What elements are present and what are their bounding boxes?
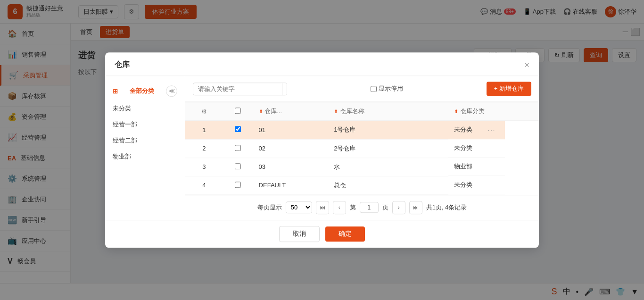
all-category-header[interactable]: ⊞ 全部分类 ≪: [105, 82, 185, 100]
modal-title: 仓库: [115, 60, 130, 70]
modal-sidebar: ⊞ 全部分类 ≪ 未分类 经营一部 经营二部 物业部: [105, 76, 185, 220]
row-name: 总仓: [328, 176, 448, 194]
row-num: 2: [185, 139, 223, 158]
collapse-button[interactable]: ≪: [166, 85, 177, 97]
search-input[interactable]: [193, 83, 282, 95]
total-info: 共1页, 4条记录: [426, 203, 467, 212]
col-checkbox: [223, 102, 253, 121]
row-name: 2号仓库: [328, 139, 448, 158]
table-row[interactable]: 2 02 2号仓库 未分类: [185, 139, 539, 158]
add-warehouse-button[interactable]: + 新增仓库: [487, 82, 531, 96]
row-name: 1号仓库: [328, 121, 448, 140]
category-unclassified[interactable]: 未分类: [105, 100, 185, 117]
row-category: 物业部: [448, 158, 505, 176]
col-category-header: ⬆ 仓库分类: [448, 102, 539, 121]
row-checkbox[interactable]: [235, 126, 241, 133]
table-row[interactable]: 3 03 水 物业部: [185, 158, 539, 176]
row-checkbox-cell: [223, 121, 253, 140]
settings-icon: ⚙: [201, 108, 207, 115]
category-ops2[interactable]: 经营二部: [105, 133, 185, 149]
row-num: 3: [185, 158, 223, 176]
row-checkbox-cell: [223, 176, 253, 194]
table-header-row: ⚙ ⬆ 仓库... ⬆ 仓库名称: [185, 102, 539, 121]
show-disabled-checkbox[interactable]: 显示停用: [371, 84, 403, 93]
page-input[interactable]: [360, 202, 379, 213]
modal-footer: 取消 确定: [105, 220, 539, 248]
row-category: 未分类 ···: [448, 121, 505, 139]
search-button[interactable]: 🔍: [282, 83, 287, 95]
search-box: 🔍: [193, 83, 287, 95]
modal-main: 🔍 显示停用 + 新增仓库 ⚙: [185, 76, 539, 220]
row-code: DEFAULT: [253, 176, 329, 194]
first-page-button[interactable]: ⏮: [316, 201, 329, 214]
page-label2: 页: [382, 203, 388, 212]
pagination: 每页显示 50 10 20 100 ⏮ ‹ 第 页 › ⏭ 共1页, 4条记录: [185, 195, 539, 220]
disabled-checkbox[interactable]: [371, 86, 377, 92]
row-name: 水: [328, 158, 448, 176]
grid-icon: ⊞: [113, 88, 118, 95]
row-category: 未分类: [448, 139, 505, 158]
row-checkbox-cell: [223, 139, 253, 158]
prev-page-button[interactable]: ‹: [333, 201, 346, 214]
category-property[interactable]: 物业部: [105, 149, 185, 165]
row-code: 01: [253, 121, 329, 140]
row-checkbox[interactable]: [235, 145, 241, 151]
modal-close-button[interactable]: ×: [524, 61, 529, 69]
row-num: 4: [185, 176, 223, 194]
all-category-label: 全部分类: [130, 87, 154, 95]
cancel-button[interactable]: 取消: [279, 226, 320, 242]
row-num: 1: [185, 121, 223, 140]
per-page-label: 每页显示: [257, 203, 282, 212]
row-checkbox[interactable]: [235, 182, 241, 188]
page-label: 第: [350, 203, 356, 212]
last-page-button[interactable]: ⏭: [409, 201, 422, 214]
confirm-button[interactable]: 确定: [325, 226, 365, 242]
row-code: 03: [253, 158, 329, 176]
next-page-button[interactable]: ›: [392, 201, 405, 214]
row-checkbox-cell: [223, 158, 253, 176]
row-code: 02: [253, 139, 329, 158]
table-row[interactable]: 1 01 1号仓库 未分类 ···: [185, 121, 539, 140]
sort-icon-name: ⬆: [334, 108, 338, 114]
modal-header: 仓库 ×: [105, 52, 539, 76]
category-ops1[interactable]: 经营一部: [105, 117, 185, 133]
sort-icon-cat: ⬆: [454, 108, 458, 114]
col-settings: ⚙: [185, 102, 223, 121]
col-name-header: ⬆ 仓库名称: [328, 102, 448, 121]
modal-toolbar: 🔍 显示停用 + 新增仓库: [185, 76, 539, 102]
modal-body: ⊞ 全部分类 ≪ 未分类 经营一部 经营二部 物业部 🔍 显示停用 + 新增仓库: [105, 76, 539, 220]
row-actions[interactable]: ···: [484, 126, 500, 133]
per-page-select[interactable]: 50 10 20 100: [286, 201, 312, 213]
select-all-checkbox[interactable]: [235, 108, 241, 114]
warehouse-table: ⚙ ⬆ 仓库... ⬆ 仓库名称: [185, 102, 539, 195]
sort-icon: ⬆: [259, 108, 263, 114]
col-code-header: ⬆ 仓库...: [253, 102, 329, 121]
table-row[interactable]: 4 DEFAULT 总仓 未分类: [185, 176, 539, 194]
row-category: 未分类: [448, 176, 505, 194]
warehouse-modal: 仓库 × ⊞ 全部分类 ≪ 未分类 经营一部 经营二部 物业部 🔍: [105, 52, 539, 248]
row-checkbox[interactable]: [235, 163, 241, 169]
